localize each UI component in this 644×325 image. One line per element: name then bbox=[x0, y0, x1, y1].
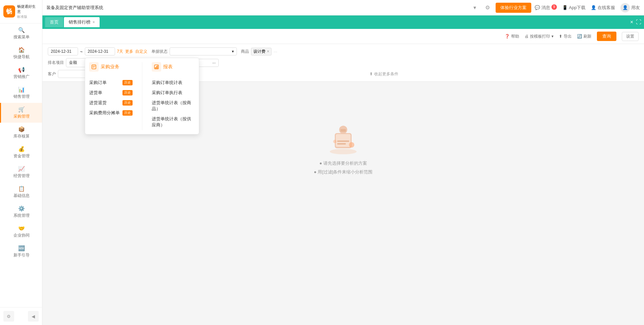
sidebar-item-label: 基础信息 bbox=[13, 193, 30, 199]
sidebar-item-enterprise[interactable]: 🤝 企业协同 bbox=[0, 222, 42, 242]
sidebar-item-finance[interactable]: 💰 资金管理 bbox=[0, 143, 42, 162]
print-icon: 🖨 bbox=[525, 34, 529, 39]
notification-icon: 💬 bbox=[535, 5, 540, 10]
dropdown-menu: 采购业务 采购订单 历史 进货单 历史 进货退货 历史 bbox=[85, 58, 199, 134]
enterprise-icon: 🤝 bbox=[18, 225, 25, 232]
collapse-button[interactable]: ⬆ 收起更多条件 bbox=[369, 71, 398, 77]
sidebar-item-label: 经营管理 bbox=[13, 173, 30, 179]
query-button[interactable]: 查询 bbox=[597, 32, 616, 41]
sidebar-item-label: 库存核算 bbox=[13, 133, 30, 139]
product-more-dots[interactable]: ··· bbox=[274, 49, 277, 54]
dropdown-item-return[interactable]: 进货退货 历史 bbox=[89, 98, 133, 108]
tab-sales-ranking[interactable]: 销售排行榜 × bbox=[64, 17, 100, 27]
dropdown-item-purchase-order[interactable]: 采购订单 历史 bbox=[89, 78, 133, 88]
dropdown-item-inbound-stats-supplier[interactable]: 进货单统计表（按供应商） bbox=[152, 114, 195, 130]
sidebar-item-label: 搜索菜单 bbox=[13, 34, 30, 40]
date-range-field: 2024-12-31 ~ 2024-12-31 7天 更多 自定义 bbox=[48, 47, 147, 55]
collapse-icon: ◀ bbox=[32, 314, 35, 319]
dropdown-item-expense[interactable]: 采购费用分摊单 历史 bbox=[89, 108, 133, 118]
product-tag: 设计费 × bbox=[251, 48, 272, 55]
ranking-label: 排名项目 bbox=[48, 60, 64, 66]
window-expand-button[interactable]: ⛶ bbox=[636, 19, 641, 25]
sidebar-item-operation[interactable]: 📈 经营管理 bbox=[0, 162, 42, 182]
sidebar-item-label: 资金管理 bbox=[13, 153, 30, 159]
range-more[interactable]: 更多 bbox=[125, 49, 133, 54]
sidebar-collapse-button[interactable]: ◀ bbox=[28, 311, 39, 322]
sidebar-item-quick-nav[interactable]: 🏠 快捷导航 bbox=[0, 43, 42, 63]
dropdown-item-inbound-stats-product[interactable]: 进货单统计表（按商品） bbox=[152, 98, 195, 114]
collapse-arrow-icon: ⬆ bbox=[369, 72, 373, 76]
settings-button[interactable]: 设置 bbox=[622, 32, 639, 41]
svg-point-0 bbox=[330, 149, 357, 154]
print-label: 按模板打印 bbox=[530, 34, 550, 39]
report-col-icon bbox=[152, 62, 161, 72]
system-icon: ⚙️ bbox=[18, 205, 25, 212]
product-tag-remove[interactable]: × bbox=[267, 49, 269, 54]
sidebar-nav: 🔍 搜索菜单 🏠 快捷导航 📢 营销推广 📊 销售管理 🛒 采购管理 📦 bbox=[0, 24, 42, 307]
sidebar-settings-button[interactable]: ⚙ bbox=[3, 311, 14, 322]
history-badge-0: 历史 bbox=[122, 80, 133, 85]
tabs-actions: × ⛶ bbox=[630, 19, 641, 25]
inventory-icon: 📦 bbox=[18, 126, 25, 132]
window-close-button[interactable]: × bbox=[630, 19, 633, 25]
refresh-icon: 🔄 bbox=[577, 34, 582, 39]
empty-dot-1: ● bbox=[319, 161, 322, 166]
date-end-input[interactable]: 2024-12-31 bbox=[85, 47, 115, 55]
voucher-status-select[interactable]: ▾ bbox=[170, 47, 237, 55]
range-custom[interactable]: 自定义 bbox=[135, 49, 147, 54]
topbar-dropdown-button[interactable]: ▾ bbox=[470, 3, 479, 12]
toolbar-refresh[interactable]: 🔄 刷新 bbox=[577, 34, 592, 39]
dropdown-item-order-exec[interactable]: 采购订单执行表 bbox=[152, 88, 195, 98]
sidebar-item-marketing[interactable]: 📢 营销推广 bbox=[0, 63, 42, 83]
report-icon-svg bbox=[154, 64, 159, 70]
sidebar-item-sales[interactable]: 📊 销售管理 bbox=[0, 83, 42, 103]
app-download-label: App下载 bbox=[569, 5, 585, 11]
logo-name: 畅捷通好生意 bbox=[17, 4, 39, 14]
purchase-order-label: 采购订单 bbox=[89, 80, 107, 86]
user-item[interactable]: 👤 用友 bbox=[620, 3, 640, 12]
finance-icon: 💰 bbox=[18, 146, 25, 152]
history-badge-2: 历史 bbox=[122, 100, 133, 106]
toolbar-print[interactable]: 🖨 按模板打印 ▾ bbox=[525, 34, 553, 39]
sidebar-item-guide[interactable]: 🆕 新手引导 bbox=[0, 242, 42, 261]
toolbar-export[interactable]: ⬆ 导出 bbox=[559, 34, 572, 39]
app-download-item[interactable]: 📱 App下载 bbox=[562, 5, 585, 11]
dropdown-divider bbox=[142, 62, 142, 130]
collapse-label: 收起更多条件 bbox=[374, 71, 398, 77]
tab-sales-ranking-label: 销售排行榜 bbox=[69, 19, 91, 25]
dropdown-item-inbound[interactable]: 进货单 历史 bbox=[89, 88, 133, 98]
return-label: 进货退货 bbox=[89, 100, 107, 106]
export-label: 导出 bbox=[564, 34, 572, 39]
topbar-right: 💬 消息 9 📱 App下载 👤 在线客服 👤 用友 bbox=[535, 3, 640, 12]
purchase-col-title: 采购业务 bbox=[101, 64, 119, 70]
logo-area: 畅 畅捷通好生意 标准版 bbox=[0, 0, 42, 24]
sidebar-item-label: 销售管理 bbox=[13, 94, 30, 99]
sidebar-item-inventory[interactable]: 📦 库存核算 bbox=[0, 123, 42, 143]
empty-hint-1-text: 请先选择要分析的方案 bbox=[323, 161, 367, 166]
voucher-status-label: 单据状态 bbox=[151, 49, 168, 54]
svg-rect-15 bbox=[157, 66, 158, 69]
sidebar-item-search[interactable]: 🔍 搜索菜单 bbox=[0, 24, 42, 43]
report-col: 报表 采购订单统计表 采购订单执行表 进货单统计表（按商品） 进货单统计表（按供 bbox=[152, 62, 195, 130]
range-7days[interactable]: 7天 bbox=[117, 49, 123, 54]
date-start-input[interactable]: 2024-12-31 bbox=[48, 47, 78, 55]
avatar-icon: 👤 bbox=[622, 5, 628, 10]
dropdown-item-order-stats[interactable]: 采购订单统计表 bbox=[152, 78, 195, 88]
print-dropdown-icon: ▾ bbox=[551, 34, 553, 39]
sidebar-item-basic[interactable]: 📋 基础信息 bbox=[0, 182, 42, 202]
notification-item[interactable]: 💬 消息 9 bbox=[535, 5, 557, 11]
tab-home[interactable]: 首页 bbox=[45, 17, 63, 27]
svg-rect-6 bbox=[337, 143, 346, 145]
online-service-item[interactable]: 👤 在线客服 bbox=[591, 5, 615, 11]
tab-close-icon[interactable]: × bbox=[93, 20, 95, 25]
inbound-stats-product-label: 进货单统计表（按商品） bbox=[152, 100, 195, 112]
avatar: 👤 bbox=[620, 3, 630, 12]
svg-point-7 bbox=[349, 142, 354, 148]
product-label: 商品 bbox=[241, 49, 249, 54]
sidebar-item-system[interactable]: ⚙️ 系统管理 bbox=[0, 202, 42, 222]
sidebar-item-purchase[interactable]: 🛒 采购管理 bbox=[0, 103, 42, 123]
topbar-gear-button[interactable]: ⚙ bbox=[483, 3, 492, 12]
industry-solution-button[interactable]: 体验行业方案 bbox=[496, 3, 531, 13]
inbound-label: 进货单 bbox=[89, 90, 102, 96]
toolbar-help[interactable]: ❓ 帮助 bbox=[505, 34, 519, 39]
